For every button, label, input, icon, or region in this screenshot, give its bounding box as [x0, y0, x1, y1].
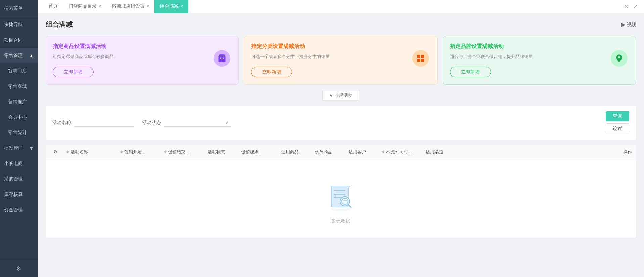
sidebar-item-project-contract[interactable]: 项目合同	[0, 33, 38, 48]
brand-activity-card: 指定品牌设置满减活动 适合与上游企业联合做营销，提升品牌销量 立即新增	[443, 36, 636, 85]
activity-cards: 指定商品设置满减活动 可指定滞销商品或库存较多商品 立即新增 指定分类设置满减活…	[46, 36, 636, 85]
maximize-window-button[interactable]: ⤢	[632, 3, 639, 10]
th-name[interactable]: 活动名称	[64, 145, 118, 159]
filter-settings-button[interactable]: 设置	[606, 123, 629, 134]
goods-card-add-button[interactable]: 立即新增	[53, 67, 94, 77]
filter-name-input[interactable]	[74, 118, 134, 127]
sort-icon	[66, 150, 69, 153]
video-link[interactable]: ▶ 视频	[621, 21, 636, 28]
settings-icon: ⚙	[53, 149, 57, 154]
page-content: 组合满减 ▶ 视频 指定商品设置满减活动 可指定滞销商品或库存较多商品 立即新增	[38, 13, 644, 277]
category-card-desc: 可选一个或者多个分类，提升分类的销量	[251, 53, 430, 60]
sidebar-item-retail-management[interactable]: 零售管理 ▲	[0, 48, 38, 63]
svg-rect-3	[417, 59, 420, 62]
chevron-up-icon: ▲	[29, 53, 34, 58]
sidebar-item-marketing[interactable]: 营销推广	[0, 94, 38, 110]
chevron-down-icon: ▼	[29, 146, 34, 151]
th-action: 操作	[457, 145, 635, 159]
category-activity-card: 指定分类设置满减活动 可选一个或者多个分类，提升分类的销量 立即新增	[244, 36, 437, 85]
brand-card-title: 指定品牌设置满减活动	[450, 43, 629, 50]
sort-icon	[120, 150, 123, 153]
sidebar: 搜索菜单 快捷导航 项目合同 零售管理 ▲ 智慧门店 零售商城 营销推广 会员中…	[0, 0, 38, 277]
sidebar-item-wholesale[interactable]: 批发管理 ▼	[0, 141, 38, 156]
table-header: ⚙ 活动名称 促销开始...	[46, 145, 636, 159]
goods-activity-card: 指定商品设置满减活动 可指定滞销商品或库存较多商品 立即新增	[46, 36, 239, 85]
gear-icon: ⚙	[16, 265, 21, 272]
category-card-add-button[interactable]: 立即新增	[251, 67, 292, 77]
svg-rect-2	[421, 55, 424, 58]
th-conflict[interactable]: 不允许同时...	[379, 145, 423, 159]
sidebar-item-xiaoyang[interactable]: 小畅电商	[0, 156, 38, 171]
svg-rect-4	[421, 59, 424, 62]
brand-card-desc: 适合与上游企业联合做营销，提升品牌销量	[450, 53, 629, 60]
sort-icon	[382, 150, 385, 153]
sort-icon	[164, 150, 167, 153]
empty-text: 暂无数据	[331, 218, 350, 224]
window-controls: ✕ ⤢	[623, 3, 639, 10]
main-content: 首页 门店商品目录 × 微商城店铺设置 × 组合满减 × ✕ ⤢ 组合满减 ▶ …	[38, 0, 644, 277]
sidebar-item-smart-store[interactable]: 智慧门店	[0, 63, 38, 79]
brand-card-icon	[611, 50, 628, 67]
brand-card-add-button[interactable]: 立即新增	[450, 67, 491, 77]
settings-button[interactable]: ⚙	[0, 260, 38, 277]
sidebar-item-retail-mall[interactable]: 零售商城	[0, 79, 38, 94]
svg-point-16	[349, 186, 350, 187]
filter-actions: 查询 设置	[606, 111, 629, 134]
collapse-activities-button[interactable]: ∧ 收起活动	[322, 90, 359, 101]
tab-close-store-catalog[interactable]: ×	[99, 4, 101, 9]
goods-card-desc: 可指定滞销商品或库存较多商品	[53, 53, 232, 60]
tab-combo-discount[interactable]: 组合满减 ×	[154, 0, 188, 13]
page-header: 组合满减 ▶ 视频	[46, 20, 636, 29]
sidebar-search[interactable]: 搜索菜单	[0, 0, 38, 17]
th-settings[interactable]: ⚙	[47, 145, 64, 158]
tab-close-combo-discount[interactable]: ×	[181, 4, 183, 9]
filter-name-label: 活动名称	[52, 120, 71, 126]
page-title: 组合满减	[46, 20, 73, 29]
goods-card-icon	[214, 50, 230, 67]
activities-table: ⚙ 活动名称 促销开始...	[46, 145, 636, 238]
sidebar-item-member-center[interactable]: 会员中心	[0, 110, 38, 125]
sidebar-item-retail-stats[interactable]: 零售统计	[0, 125, 38, 141]
collapse-bar: ∧ 收起活动	[46, 90, 636, 101]
sidebar-item-purchase[interactable]: 采购管理	[0, 171, 38, 187]
th-end[interactable]: 促销结束...	[161, 145, 205, 159]
th-rule: 促销规则	[238, 145, 279, 159]
filter-name-item: 活动名称	[52, 118, 134, 127]
th-exception: 例外商品	[312, 145, 346, 159]
sidebar-item-finance[interactable]: 资金管理	[0, 202, 38, 218]
close-window-button[interactable]: ✕	[623, 3, 629, 10]
th-status: 活动状态	[205, 145, 238, 159]
th-customer: 适用客户	[346, 145, 379, 159]
tab-close-wechat-store[interactable]: ×	[147, 4, 149, 9]
th-start[interactable]: 促销开始...	[118, 145, 161, 159]
filter-status-select-wrap: ∨	[164, 118, 231, 127]
empty-state: 暂无数据	[46, 159, 636, 238]
th-goods: 适用商品	[279, 145, 312, 159]
tab-store-catalog[interactable]: 门店商品目录 ×	[63, 0, 106, 13]
th-channel: 适用渠道	[423, 145, 457, 159]
chevron-up-icon: ∧	[329, 93, 333, 98]
filter-bar: 活动名称 活动状态 ∨ 查询 设置	[46, 106, 636, 140]
tab-home[interactable]: 首页	[43, 0, 63, 13]
category-card-title: 指定分类设置满减活动	[251, 43, 430, 50]
tab-wechat-store[interactable]: 微商城店铺设置 ×	[106, 0, 154, 13]
goods-card-title: 指定商品设置满减活动	[53, 43, 232, 50]
empty-illustration	[324, 179, 358, 213]
category-card-icon	[412, 50, 429, 67]
filter-status-item: 活动状态 ∨	[142, 118, 231, 127]
svg-point-12	[342, 198, 348, 204]
play-circle-icon: ▶	[621, 21, 625, 28]
svg-point-17	[351, 185, 352, 186]
sidebar-item-inventory[interactable]: 库存核算	[0, 187, 38, 202]
filter-status-input[interactable]	[164, 118, 231, 127]
filter-status-label: 活动状态	[142, 120, 161, 126]
svg-point-5	[331, 207, 351, 211]
query-button[interactable]: 查询	[606, 111, 629, 121]
sidebar-item-quick-nav[interactable]: 快捷导航	[0, 17, 38, 33]
svg-rect-1	[417, 55, 420, 58]
tab-bar: 首页 门店商品目录 × 微商城店铺设置 × 组合满减 × ✕ ⤢	[38, 0, 644, 13]
svg-line-13	[348, 205, 351, 207]
svg-point-18	[351, 188, 351, 189]
